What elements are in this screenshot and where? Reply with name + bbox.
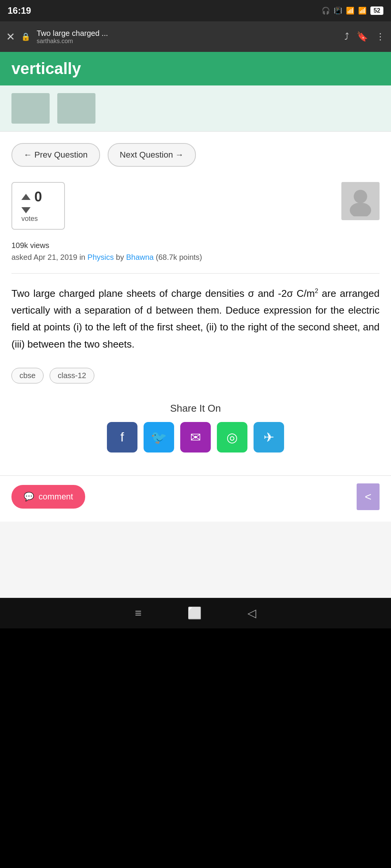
- svg-point-1: [350, 203, 371, 216]
- bookmark-icon[interactable]: 🔖: [357, 31, 368, 42]
- tag-class12[interactable]: class-12: [50, 368, 94, 383]
- page-title: Two large charged ...: [37, 29, 338, 38]
- share-title: Share It On: [11, 403, 380, 414]
- status-time: 16:19: [8, 5, 31, 16]
- menu-icon[interactable]: ⋮: [376, 31, 385, 42]
- status-bar: 16:19 🎧 📳 📶 📶 52: [0, 0, 391, 21]
- share-browser-icon[interactable]: ⤴: [344, 31, 349, 42]
- vote-section: 0 votes: [11, 182, 380, 230]
- meta-info: 109k views asked Apr 21, 2019 in Physics…: [11, 241, 380, 262]
- wifi-icon: 📶: [346, 6, 354, 15]
- asked-prefix: asked: [11, 253, 32, 261]
- share-whatsapp-button[interactable]: ◎: [217, 422, 247, 453]
- question-text: Two large charged plane sheets of charge…: [11, 285, 380, 353]
- page-header: vertically: [0, 52, 391, 85]
- bottom-nav-bar: ≡ ⬜ ◁: [0, 598, 391, 628]
- avatar: [341, 182, 380, 220]
- avatar-icon: [345, 186, 376, 216]
- downvote-arrow[interactable]: [21, 207, 31, 213]
- meta-divider: [11, 273, 380, 274]
- tag-cbse[interactable]: cbse: [11, 368, 44, 383]
- battery-indicator: 52: [370, 6, 383, 15]
- back-arrow-icon: <: [365, 490, 372, 503]
- prev-question-button[interactable]: ← Prev Question: [11, 143, 100, 167]
- signal-icon: 📶: [358, 6, 367, 15]
- share-email-button[interactable]: ✉: [180, 422, 211, 453]
- back-button[interactable]: <: [357, 483, 380, 510]
- browser-title-area: Two large charged ... sarthaks.com: [37, 29, 338, 45]
- navigation-buttons: ← Prev Question Next Question →: [11, 143, 380, 167]
- author-link[interactable]: Bhawna: [126, 253, 153, 261]
- vibrate-icon: 📳: [334, 6, 342, 15]
- vote-box: 0 votes: [11, 182, 65, 230]
- header-text: vertically: [11, 60, 81, 77]
- views-count: 109k views: [11, 241, 380, 250]
- thumbnail-2: [57, 93, 95, 124]
- asked-line: asked Apr 21, 2019 in Physics by Bhawna …: [11, 253, 380, 262]
- share-buttons: f 🐦 ✉ ◎ ✈: [11, 422, 380, 453]
- headphone-icon: 🎧: [322, 6, 330, 15]
- by-word: by: [116, 253, 124, 261]
- home-icon[interactable]: ⬜: [187, 606, 202, 620]
- vote-up-area: 0: [21, 189, 42, 205]
- in-word: in: [79, 253, 86, 261]
- share-section: Share It On f 🐦 ✉ ◎ ✈: [11, 403, 380, 453]
- svg-point-0: [354, 190, 367, 203]
- vote-label: votes: [21, 215, 38, 223]
- status-icons: 🎧 📳 📶 📶 52: [322, 6, 383, 15]
- bottom-area: 💬 comment <: [0, 476, 391, 522]
- comment-button[interactable]: 💬 comment: [11, 485, 85, 509]
- vote-count: 0: [34, 189, 42, 205]
- share-twitter-button[interactable]: 🐦: [144, 422, 174, 453]
- back-nav-icon[interactable]: ◁: [247, 606, 256, 620]
- comment-label: comment: [39, 492, 73, 502]
- browser-actions: ⤴ 🔖 ⋮: [344, 31, 385, 42]
- hamburger-icon[interactable]: ≡: [135, 607, 142, 620]
- category-link[interactable]: Physics: [87, 253, 114, 261]
- tags-section: cbse class-12: [11, 368, 380, 383]
- thumbnail-area: [0, 85, 391, 132]
- close-tab-button[interactable]: ✕: [6, 31, 15, 43]
- thumbnail-1: [11, 93, 50, 124]
- lock-icon: 🔒: [21, 32, 31, 41]
- main-content: ← Prev Question Next Question → 0 votes …: [0, 132, 391, 475]
- page-url: sarthaks.com: [37, 38, 338, 45]
- next-question-button[interactable]: Next Question →: [108, 143, 196, 167]
- points-text: (68.7k points): [156, 253, 202, 261]
- browser-bar: ✕ 🔒 Two large charged ... sarthaks.com ⤴…: [0, 21, 391, 52]
- share-facebook-button[interactable]: f: [107, 422, 137, 453]
- comment-icon: 💬: [24, 492, 34, 502]
- share-telegram-button[interactable]: ✈: [254, 422, 284, 453]
- upvote-arrow[interactable]: [21, 194, 31, 200]
- spacer: [0, 522, 391, 598]
- asked-date: Apr 21, 2019: [34, 253, 78, 261]
